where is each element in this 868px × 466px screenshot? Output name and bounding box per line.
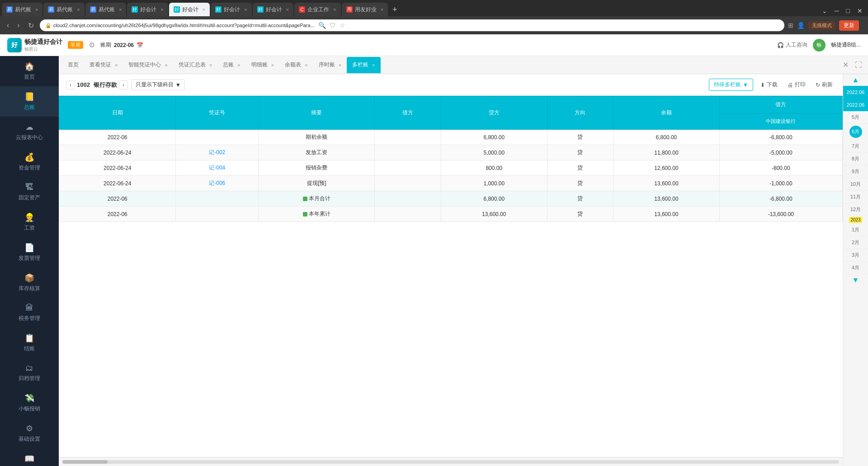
browser-tab-7[interactable]: 好 好会计 ×: [253, 3, 293, 16]
browser-tab-close-7[interactable]: ×: [286, 7, 289, 12]
prev-account-button[interactable]: ‹: [66, 80, 75, 89]
print-button[interactable]: 🖨 打印: [785, 79, 808, 90]
date-panel-year-2022-row1[interactable]: 2022.06: [843, 86, 868, 99]
reload-button[interactable]: ↻: [26, 20, 36, 31]
tab-vouchers[interactable]: 查看凭证 ×: [84, 57, 123, 73]
tab-home[interactable]: 首页: [62, 57, 84, 73]
browser-tab-5[interactable]: 好 好会计 ×: [169, 3, 210, 16]
date-item-feb-2023[interactable]: 2月: [843, 236, 868, 249]
back-button[interactable]: ‹: [5, 20, 11, 30]
sidebar-item-closing[interactable]: 📋 结账: [0, 328, 59, 358]
voucher-link-3[interactable]: 记-004: [209, 165, 225, 171]
refresh-button[interactable]: ↻ 刷新: [813, 79, 835, 90]
restore-button[interactable]: □: [844, 5, 852, 16]
extension-icon[interactable]: 🛡: [330, 22, 336, 29]
forward-button[interactable]: ›: [15, 20, 22, 30]
sidebar-item-archive[interactable]: 🗂 归档管理: [0, 358, 59, 388]
date-item-september[interactable]: 9月: [843, 165, 868, 178]
tab-multi-column[interactable]: 多栏账 ×: [347, 57, 380, 73]
sidebar-item-assets[interactable]: 🏗 固定资产: [0, 177, 59, 207]
sidebar-item-reports[interactable]: ☁ 云报表中心: [0, 117, 59, 147]
close-window-button[interactable]: ✕: [855, 5, 864, 16]
profile-avatar[interactable]: 👤: [797, 22, 805, 29]
tab-general-ledger[interactable]: 总账 ×: [217, 57, 245, 73]
browser-tab-close-5[interactable]: ×: [203, 7, 205, 12]
browser-tab-4[interactable]: 好 好会计 ×: [127, 3, 168, 16]
next-account-button[interactable]: ›: [119, 80, 128, 89]
date-item-mar-2023[interactable]: 3月: [843, 249, 868, 262]
settings-icon[interactable]: ⚙: [89, 41, 95, 49]
download-button[interactable]: ⬇ 下载: [758, 79, 780, 90]
tab-general-ledger-close[interactable]: ×: [237, 62, 240, 68]
tab-detail-ledger-close[interactable]: ×: [271, 62, 274, 68]
browser-tab-close-6[interactable]: ×: [244, 7, 247, 12]
date-scroll-down[interactable]: ▼: [843, 274, 868, 286]
calendar-icon[interactable]: 📅: [137, 42, 143, 48]
expand-tabs-icon[interactable]: ⛶: [853, 60, 864, 70]
tab-voucher-summary-close[interactable]: ×: [209, 62, 212, 68]
date-item-may[interactable]: 5月: [843, 111, 868, 124]
date-panel-year-2022-row2[interactable]: 2022.06: [843, 99, 868, 111]
new-tab-button[interactable]: +: [389, 3, 401, 16]
browser-tab-close-9[interactable]: ×: [381, 7, 383, 12]
voucher-link-2[interactable]: 记-002: [209, 149, 225, 155]
search-icon[interactable]: 🔍: [318, 22, 326, 29]
demo-badge[interactable]: 常用: [68, 41, 83, 49]
tab-voucher-summary[interactable]: 凭证汇总表 ×: [173, 57, 217, 73]
browser-tab-close-2[interactable]: ×: [77, 7, 80, 12]
address-bar[interactable]: 🔒 cloud2.chanjet.com/accounting/uh26t264…: [40, 19, 784, 31]
tab-smart-vouchers[interactable]: 智能凭证中心 ×: [123, 57, 173, 73]
incognito-label[interactable]: 无痕模式: [808, 21, 835, 30]
browser-tab-9[interactable]: 用 用友好业 ×: [342, 3, 388, 16]
sidebar-item-settings[interactable]: ⚙ 基础设置: [0, 418, 59, 448]
date-item-october[interactable]: 10月: [843, 178, 868, 191]
update-button[interactable]: 更新: [839, 20, 859, 31]
filter-select[interactable]: 只显示下级科目 ▼: [132, 79, 185, 90]
extensions-button[interactable]: ⊞: [788, 22, 793, 29]
sidebar-item-home[interactable]: 🏠 首页: [0, 56, 59, 86]
tab-list-button[interactable]: ⌄: [820, 5, 829, 16]
year-2023-badge[interactable]: 2023: [849, 217, 862, 223]
sidebar-item-salary[interactable]: 👷 工资: [0, 207, 59, 237]
date-item-apr-2023[interactable]: 4月: [843, 262, 868, 274]
date-scroll-up[interactable]: ▲: [843, 74, 868, 86]
date-item-jan-2023[interactable]: 1月: [843, 224, 868, 236]
row-sub-3: -800.00: [719, 160, 842, 176]
sidebar-item-inventory[interactable]: 📦 库存核算: [0, 268, 59, 298]
browser-tab-2[interactable]: 易 易代账 ×: [43, 3, 84, 16]
tab-balance[interactable]: 余额表 ×: [279, 57, 313, 73]
tab-sequence-close[interactable]: ×: [339, 62, 341, 68]
tab-vouchers-close[interactable]: ×: [115, 62, 118, 68]
voucher-link-4[interactable]: 记-006: [209, 180, 225, 186]
consult-button[interactable]: 🎧 人工咨询: [777, 41, 807, 49]
browser-tab-close-4[interactable]: ×: [160, 7, 163, 12]
sidebar-item-invoice[interactable]: 📄 发票管理: [0, 237, 59, 268]
tab-balance-close[interactable]: ×: [305, 62, 307, 68]
tab-smart-vouchers-close[interactable]: ×: [165, 62, 167, 68]
bottom-scrollbar[interactable]: [59, 457, 843, 466]
browser-tab-3[interactable]: 易 易代账 ×: [85, 3, 126, 16]
tab-sequence[interactable]: 序时账 ×: [313, 57, 347, 73]
collapse-tabs-icon[interactable]: ✕: [840, 60, 851, 70]
date-item-august[interactable]: 8月: [843, 153, 868, 165]
sidebar-item-ledger[interactable]: 📒 总账: [0, 86, 59, 117]
sidebar-item-guide[interactable]: 📖 新手引导: [0, 448, 59, 466]
date-item-december[interactable]: 12月: [843, 203, 868, 216]
browser-tab-close-3[interactable]: ×: [119, 7, 122, 12]
tab-multi-column-close[interactable]: ×: [372, 62, 375, 68]
star-icon[interactable]: ☆: [340, 22, 345, 29]
date-item-july[interactable]: 7月: [843, 140, 868, 153]
sidebar-item-funds[interactable]: 💰 资金管理: [0, 147, 59, 177]
special-multi-col-button[interactable]: 特殊多栏账 ▼: [709, 79, 753, 91]
date-item-november[interactable]: 11月: [843, 191, 868, 203]
browser-tab-close-8[interactable]: ×: [333, 7, 336, 12]
tab-detail-ledger[interactable]: 明细账 ×: [246, 57, 279, 73]
browser-tab-6[interactable]: 好 好会计 ×: [211, 3, 251, 16]
browser-tab-8[interactable]: C 企业工作 ×: [294, 3, 340, 16]
browser-tab-1[interactable]: 易 易代账 ×: [2, 3, 42, 16]
minimize-button[interactable]: ─: [833, 5, 841, 16]
browser-tab-close-1[interactable]: ×: [35, 7, 38, 12]
sidebar-item-tax[interactable]: 🏛 税务管理: [0, 298, 59, 328]
date-item-june[interactable]: 6月: [849, 126, 862, 138]
sidebar-item-expense[interactable]: 💸 小畅报销: [0, 388, 59, 418]
